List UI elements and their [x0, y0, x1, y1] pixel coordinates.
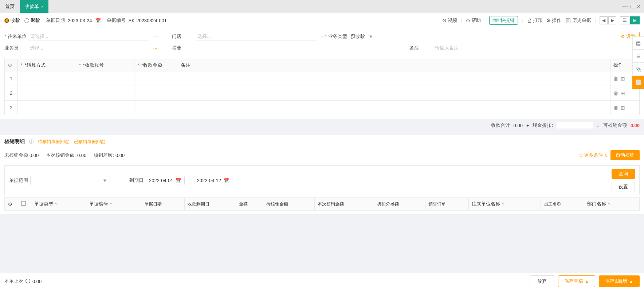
equals-sign: =	[597, 123, 600, 128]
reconcile-title: 核销明细	[4, 138, 25, 145]
range-select[interactable]: ▼	[30, 176, 110, 185]
row1-amount[interactable]	[134, 71, 178, 86]
table-gear-icon[interactable]: ⚙	[8, 62, 12, 68]
row3-amount[interactable]	[134, 101, 178, 115]
video-btn[interactable]: ⊙ 视频	[442, 17, 457, 24]
row2-account[interactable]	[76, 86, 134, 101]
radio-collection[interactable]: 收款	[4, 17, 20, 24]
row1-settle[interactable]	[18, 71, 76, 86]
doc-date-value: 2023-03-24	[68, 18, 92, 23]
query-btn[interactable]: 查询	[612, 169, 635, 179]
shortcut-btn[interactable]: ⌨ 快捷键	[489, 16, 518, 25]
notes-input[interactable]	[433, 44, 640, 52]
calendar-icon[interactable]: 📅	[95, 18, 101, 23]
help-btn[interactable]: ⊙ 帮助	[466, 17, 481, 24]
col-doc-no: 单据编号 ⇅	[86, 198, 141, 210]
row3-delete-icon[interactable]: 🗑	[613, 105, 619, 111]
reconcile-checkbox-header[interactable]	[18, 198, 31, 210]
operation-btn[interactable]: ⚙ 操作	[546, 17, 561, 24]
calendar-end-icon[interactable]: 📅	[223, 178, 229, 183]
row2-delete-icon[interactable]: 🗑	[613, 90, 619, 96]
right-panel: ▤ ⊟ 📎 ⬜	[632, 36, 644, 89]
reconcile-info-icon[interactable]: ⓘ	[29, 139, 34, 145]
staff-more-btn[interactable]: ···	[153, 45, 157, 51]
row3-account[interactable]	[76, 101, 134, 115]
grid-view-btn[interactable]: ⊞	[630, 16, 640, 24]
counterpart-input[interactable]	[29, 32, 150, 40]
tab-close-icon[interactable]: ×	[41, 4, 43, 9]
row1-delete-icon[interactable]: 🗑	[613, 76, 619, 82]
row2-settle[interactable]	[18, 86, 76, 101]
keyboard-icon: ⌨	[492, 18, 499, 23]
save-draft-btn[interactable]: 保存草稿 ▲	[558, 275, 596, 287]
store-more-btn[interactable]: ···	[321, 34, 325, 39]
col-dept: 部门名称 ⇅	[584, 198, 639, 210]
reconcile-settings-btn[interactable]: 设置	[612, 182, 635, 192]
store-field: 门店 ···	[172, 32, 325, 40]
print-icon: 🖨	[527, 17, 532, 23]
history-btn[interactable]: 📋 历史单据	[565, 17, 591, 24]
completed-tab[interactable]: 已核销单据(0笔)	[74, 139, 106, 145]
sort-counterpart[interactable]: ⇅	[502, 202, 505, 206]
chevron-up-icon: ∧	[604, 153, 608, 158]
due-date-start-picker[interactable]: 2022-04-01 📅	[146, 176, 185, 185]
save-new-btn[interactable]: 保存&新增 ▲	[599, 275, 640, 287]
close-btn[interactable]: ×	[637, 3, 640, 10]
staff-input[interactable]	[28, 44, 149, 52]
maximize-btn[interactable]: □	[631, 3, 634, 10]
reconcile-gear-header[interactable]: ⚙	[5, 198, 18, 210]
table-row: 2 🗑 ⊞	[5, 86, 640, 101]
range-field: 单据范围 ▼	[9, 176, 110, 185]
minimize-btn[interactable]: —	[622, 3, 628, 10]
pending-tab[interactable]: 待核销单据(0笔)	[38, 139, 70, 145]
counterpart-more-btn[interactable]: ···	[153, 34, 157, 39]
right-panel-btn1[interactable]: ▤	[632, 36, 644, 50]
row1-copy-icon[interactable]: ⊞	[621, 76, 625, 82]
reconcile-header: 核销明细 ⓘ 待核销单据(0笔) 已核销单据(0笔)	[4, 138, 640, 145]
prev-btn[interactable]: ◀	[600, 16, 608, 24]
discard-btn[interactable]: 放弃	[530, 275, 554, 287]
bottom-info-icon[interactable]: ⓘ	[25, 278, 30, 285]
next-btn[interactable]: ▶	[608, 16, 616, 24]
table-settle-header: * *结算方式	[18, 59, 76, 71]
business-type-arrow[interactable]: ▼	[369, 34, 373, 39]
row1-account[interactable]	[76, 71, 134, 86]
tab-home-label: 首页	[5, 3, 15, 10]
table-gear-header[interactable]: ⚙	[5, 59, 18, 71]
row3-settle[interactable]	[18, 101, 76, 115]
type-radio-group: 收款 退款	[4, 17, 40, 24]
auto-reconcile-btn[interactable]: 自动核销	[610, 150, 640, 160]
row2-remark[interactable]	[178, 86, 610, 101]
tab-collection[interactable]: 收款单 ×	[20, 0, 48, 13]
row1-remark[interactable]	[178, 71, 610, 86]
row3-remark[interactable]	[178, 101, 610, 115]
right-panel-btn3[interactable]: 📎	[632, 63, 644, 76]
store-input[interactable]	[196, 32, 317, 40]
more-conditions-btn[interactable]: ▽ 更多条件 ∧	[579, 150, 608, 160]
save-new-arrow[interactable]: ▲	[629, 279, 633, 284]
calendar-start-icon[interactable]: 📅	[176, 178, 181, 183]
toolbar-actions: ⊙ 视频 | ⊙ 帮助 | ⌨ 快捷键 | 🖨 打印 ⚙ 操作 📋 历史单据 |…	[442, 16, 640, 25]
row3-copy-icon[interactable]: ⊞	[621, 105, 625, 111]
row2-amount[interactable]	[134, 86, 178, 101]
discount-input[interactable]	[557, 122, 593, 129]
right-panel-btn4[interactable]: ⬜	[632, 76, 644, 89]
right-panel-btn2[interactable]: ⊟	[632, 50, 644, 63]
save-draft-arrow[interactable]: ▲	[585, 279, 589, 284]
tab-home[interactable]: 首页	[0, 0, 20, 13]
doc-date-info: 单据日期 2023-03-24 📅	[46, 17, 101, 24]
settings-icon: ⚙	[621, 34, 625, 39]
due-date-end-picker[interactable]: 2022-04-12 📅	[194, 176, 233, 185]
reconcile-gear-icon[interactable]: ⚙	[8, 201, 12, 207]
sort-dept[interactable]: ⇅	[608, 202, 611, 206]
print-btn[interactable]: 🖨 打印	[527, 17, 542, 24]
list-view-btn[interactable]: ☰	[620, 16, 629, 24]
doc-no-info: 单据编号 SK-20230324-001	[107, 17, 167, 24]
sort-doc-type[interactable]: ⇅	[55, 202, 58, 206]
table-section: ⚙ * *结算方式 * *收款账号 * *收款金额 备注 操作	[0, 59, 644, 119]
summary-input[interactable]	[196, 44, 402, 52]
radio-refund[interactable]: 退款	[24, 17, 40, 24]
sort-doc-no[interactable]: ⇅	[110, 202, 113, 206]
row2-copy-icon[interactable]: ⊞	[621, 90, 625, 96]
reconcile-select-all[interactable]	[21, 201, 26, 206]
